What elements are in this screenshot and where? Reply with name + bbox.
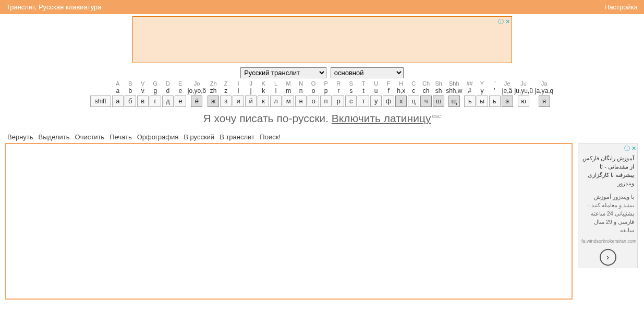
latin-label: a bbox=[112, 87, 124, 96]
latin-label: zh bbox=[207, 87, 220, 96]
hint-label: O bbox=[307, 80, 320, 87]
latin-label: # bbox=[464, 87, 476, 96]
side-ad[interactable]: ⓘ ✕ آموزش رایگان فارکس از مقدماتی - تا پ… bbox=[578, 143, 638, 268]
key-т[interactable]: т bbox=[358, 96, 369, 107]
key-в[interactable]: в bbox=[137, 96, 149, 107]
side-ad-url: fa.windsorbrokersiran.com bbox=[581, 239, 634, 244]
latin-label: d bbox=[162, 87, 174, 96]
hint-label: R bbox=[332, 80, 345, 87]
hint-label: ## bbox=[464, 80, 476, 87]
hint-label: L bbox=[270, 80, 282, 87]
hint-label: P bbox=[320, 80, 332, 87]
hint-label: Z bbox=[220, 80, 232, 87]
latin-label: l bbox=[270, 87, 282, 96]
key-у[interactable]: у bbox=[370, 96, 382, 107]
toolbar-Выделить[interactable]: Выделить bbox=[39, 133, 70, 141]
latin-label: jo,yo,ö bbox=[187, 87, 207, 96]
latin-label: h,x bbox=[395, 87, 407, 96]
key-р[interactable]: р bbox=[333, 96, 344, 107]
hint-label: I bbox=[232, 80, 245, 87]
hint-label: F bbox=[382, 80, 395, 87]
hint-label: B bbox=[124, 80, 137, 87]
key-э[interactable]: э bbox=[502, 96, 513, 107]
hint-label: T bbox=[357, 80, 370, 87]
side-ad-body: با ویندزور آموزش ببینید و معامله کنید - … bbox=[581, 193, 634, 234]
hint-label: E bbox=[174, 80, 187, 87]
key-а[interactable]: а bbox=[112, 96, 124, 107]
key-е[interactable]: е bbox=[175, 96, 186, 107]
hint-label: G bbox=[149, 80, 162, 87]
toggle-latin-link[interactable]: Включить латиницу bbox=[332, 112, 431, 124]
key-ё[interactable]: ё bbox=[191, 96, 202, 107]
key-м[interactable]: м bbox=[283, 96, 294, 107]
hint-label: U bbox=[370, 80, 382, 87]
key-ж[interactable]: ж bbox=[208, 96, 219, 107]
key-г[interactable]: г bbox=[150, 96, 161, 107]
key-ю[interactable]: ю bbox=[518, 96, 529, 107]
key-л[interactable]: л bbox=[270, 96, 282, 107]
key-о[interactable]: о bbox=[308, 96, 319, 107]
latin-label: ju,yu,ü bbox=[514, 87, 534, 96]
hint-label: Ju bbox=[514, 80, 534, 87]
latin-label: j bbox=[245, 87, 257, 96]
language-select[interactable]: Русский транслит bbox=[240, 67, 326, 78]
toolbar-Очистить[interactable]: Очистить bbox=[75, 133, 105, 141]
main-textarea[interactable] bbox=[5, 143, 573, 300]
key-ц[interactable]: ц bbox=[408, 96, 419, 107]
toolbar-Печать[interactable]: Печать bbox=[110, 133, 132, 141]
key-ь[interactable]: ь bbox=[489, 96, 501, 107]
hint-label: Ja bbox=[534, 80, 554, 87]
hint-label: Sh bbox=[432, 80, 445, 87]
settings-link[interactable]: Настройка bbox=[604, 3, 638, 11]
side-ad-close-icon[interactable]: ⓘ ✕ bbox=[624, 145, 636, 152]
key-ф[interactable]: ф bbox=[383, 96, 394, 107]
toolbar-Поиск![interactable]: Поиск! bbox=[260, 133, 281, 141]
key-х[interactable]: х bbox=[395, 96, 407, 107]
key-п[interactable]: п bbox=[320, 96, 332, 107]
latin-label: t bbox=[357, 87, 370, 96]
hint-label: H bbox=[395, 80, 407, 87]
key-ы[interactable]: ы bbox=[477, 96, 488, 107]
key-ъ[interactable]: ъ bbox=[464, 96, 476, 107]
key-б[interactable]: б bbox=[125, 96, 136, 107]
hint-label: V bbox=[137, 80, 149, 87]
latin-label: ch bbox=[420, 87, 432, 96]
latin-label: b bbox=[124, 87, 137, 96]
latin-label: f bbox=[382, 87, 395, 96]
shift-key[interactable]: shift bbox=[90, 96, 111, 107]
key-з[interactable]: з bbox=[220, 96, 232, 107]
key-н[interactable]: н bbox=[295, 96, 307, 107]
key-ч[interactable]: ч bbox=[420, 96, 432, 107]
ad-close-icon[interactable]: ⓘ ✕ bbox=[498, 18, 510, 26]
latin-label: v bbox=[137, 87, 149, 96]
hint-label: K bbox=[257, 80, 270, 87]
toolbar-В русский[interactable]: В русский bbox=[184, 133, 214, 141]
latin-label: c bbox=[407, 87, 420, 96]
toolbar-Вернуть[interactable]: Вернуть bbox=[7, 133, 33, 141]
key-ш[interactable]: ш bbox=[433, 96, 444, 107]
toolbar-В транслит[interactable]: В транслит bbox=[220, 133, 254, 141]
hint-label: D bbox=[162, 80, 174, 87]
key-и[interactable]: и bbox=[233, 96, 244, 107]
latin-label: shh,w bbox=[445, 87, 463, 96]
arrow-right-icon[interactable]: › bbox=[600, 249, 616, 266]
toolbar-Орфография[interactable]: Орфография bbox=[137, 133, 178, 141]
key-я[interactable]: я bbox=[539, 96, 550, 107]
toggle-prefix: Я хочу писать по-русски. bbox=[203, 112, 331, 124]
top-ad-banner[interactable]: ⓘ ✕ bbox=[132, 16, 512, 63]
scheme-select[interactable]: основной bbox=[331, 67, 404, 78]
latin-label: g bbox=[149, 87, 162, 96]
key-щ[interactable]: щ bbox=[448, 96, 460, 107]
latin-label: y bbox=[476, 87, 489, 96]
hint-label: Jo bbox=[187, 80, 207, 87]
key-й[interactable]: й bbox=[245, 96, 257, 107]
toggle-latin-line: Я хочу писать по-русски. Включить латини… bbox=[0, 112, 644, 125]
page-title-link[interactable]: Транслит, Русская клавиатура bbox=[6, 3, 102, 11]
hint-label: C bbox=[407, 80, 420, 87]
latin-label: n bbox=[295, 87, 307, 96]
key-к[interactable]: к bbox=[258, 96, 269, 107]
latin-label: ' bbox=[489, 87, 501, 96]
key-с[interactable]: с bbox=[345, 96, 357, 107]
hint-label: S bbox=[345, 80, 357, 87]
key-д[interactable]: д bbox=[162, 96, 174, 107]
